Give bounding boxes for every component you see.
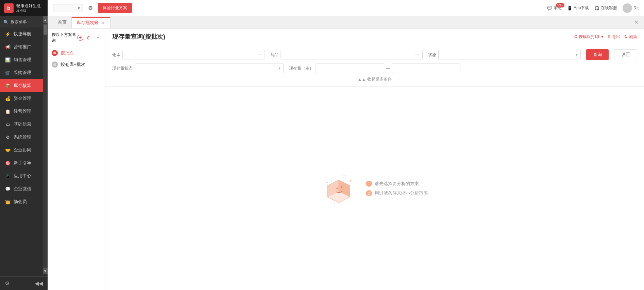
collapse-more-btn[interactable]: ▲▲ 收起更多条件 (112, 76, 637, 82)
scheme-settings-btn[interactable]: ⊙ (85, 34, 92, 41)
sidebar-item-purchase[interactable]: 🛒 采购管理 (0, 66, 48, 79)
sidebar-label: 企业微信 (14, 186, 31, 192)
product-label: 商品 (270, 52, 278, 58)
sidebar-item-apps[interactable]: 📱 应用中心 (0, 169, 48, 182)
sidebar-label: 畅会员 (14, 199, 27, 205)
member-icon: 👑 (5, 199, 11, 205)
print-btn[interactable]: 🖨 按模板打印 ▾ (573, 34, 603, 40)
stock-status-label: 现存量状态 (112, 66, 133, 71)
svg-text:✦: ✦ (349, 178, 352, 183)
user-profile[interactable]: Rit (623, 3, 639, 13)
topbar-gear-btn[interactable]: ⚙ (86, 3, 95, 13)
scheme-dot-gray (52, 61, 58, 68)
export-icon: ⬆ (607, 34, 611, 39)
query-button[interactable]: 查询 (586, 49, 609, 60)
sidebar-label: 营销推广 (14, 44, 31, 50)
message-btn[interactable]: 💬 消息 99+ (547, 5, 562, 11)
sidebar-header: b 畅康通好生意 标准版 (0, 0, 48, 16)
topbar-right: 💬 消息 99+ 📱 App下载 🎧 在线客服 Rit (547, 3, 639, 13)
scheme-label: 按批次 (61, 50, 74, 56)
sidebar-item-finance[interactable]: 💰 资金管理 (0, 92, 48, 105)
sidebar-bottom: ⚙ ◀◀ (0, 276, 48, 290)
stock-status-select[interactable]: ▾ (135, 64, 284, 73)
online-service-btn[interactable]: 🎧 在线客服 (594, 5, 617, 11)
panel-collapse-btn[interactable]: « (94, 34, 101, 41)
tab-active-label: 库存批次账 (77, 20, 99, 26)
sidebar-item-operations[interactable]: 📋 经营管理 (0, 105, 48, 118)
svg-point-5 (336, 187, 338, 189)
filter-area: 仓库 ··· 商品 ··· 状态 (105, 45, 644, 87)
refresh-btn[interactable]: ↻ 刷新 (624, 34, 637, 40)
sidebar-item-marketing[interactable]: 📢 营销推广 (0, 40, 48, 53)
sidebar-item-enterprise[interactable]: 🤝 企业协同 (0, 144, 48, 157)
app-download-btn[interactable]: 📱 App下载 (567, 5, 589, 11)
left-panel-header: 按以下方案查询 + ⊙ « (48, 29, 105, 47)
phone-icon: 📱 (567, 6, 572, 11)
sidebar-collapse-icon[interactable]: ◀◀ (35, 280, 43, 287)
sidebar-label: 应用中心 (14, 173, 31, 179)
sidebar-label: 快捷导航 (14, 31, 31, 37)
svg-point-0 (53, 52, 56, 54)
scroll-up-btn[interactable]: ▲ (43, 16, 48, 23)
marketing-icon: 📢 (5, 44, 11, 50)
tab-home[interactable]: 首页 (53, 17, 71, 28)
svg-point-1 (53, 63, 56, 66)
print-icon: 🖨 (573, 34, 577, 39)
scheme-label: 按仓库+批次 (61, 61, 85, 68)
sidebar-item-member[interactable]: 👑 畅会员 (0, 195, 48, 208)
empty-tips: 1 请先选择要分析的方案 2 用过滤条件来缩小分析范围 (366, 181, 428, 196)
add-scheme-btn[interactable]: + (77, 35, 83, 41)
experience-btn[interactable]: 体验行业方案 (98, 3, 132, 13)
scroll-track (43, 23, 48, 268)
page-title: 现存量查询(按批次) (112, 33, 165, 41)
sidebar-item-guide[interactable]: 🎯 新手引导 (0, 157, 48, 169)
left-panel-actions: + ⊙ « (77, 34, 101, 41)
stock-qty-min-input[interactable] (316, 64, 384, 73)
print-dropdown-icon: ▾ (601, 34, 603, 39)
main-area: ▾ ⚙ 体验行业方案 💬 消息 99+ 📱 App下载 🎧 在线客服 Rit (48, 0, 644, 290)
sidebar-item-inventory[interactable]: 📦 库存核算 (0, 79, 48, 92)
sidebar-item-basic[interactable]: 🗂 基础信息 (0, 118, 48, 131)
refresh-icon: ↻ (624, 34, 628, 39)
app-download-label: App下载 (574, 5, 589, 11)
system-icon: ⚙ (5, 134, 11, 140)
stock-qty-max-input[interactable] (392, 64, 460, 73)
avatar (623, 3, 632, 13)
sidebar-scrollbar: ▲ ▼ (43, 16, 48, 274)
stock-status-arrow: ▾ (278, 66, 281, 71)
sidebar-item-system[interactable]: ⚙ 系统管理 (0, 131, 48, 144)
warehouse-input[interactable]: ··· (122, 50, 265, 59)
warehouse-more-icon: ··· (257, 52, 261, 58)
message-icon: 💬 (547, 6, 552, 11)
export-btn[interactable]: ⬆ 导出 (607, 34, 620, 40)
page-content: 按以下方案查询 + ⊙ « 按批次 按仓库+批次 (48, 29, 644, 290)
topbar-dropdown[interactable]: ▾ (53, 4, 83, 12)
product-more-icon: ··· (415, 52, 420, 58)
scheme-item-warehouse-batch[interactable]: 按仓库+批次 (48, 59, 105, 70)
right-panel: 现存量查询(按批次) 🖨 按模板打印 ▾ ⬆ 导出 ↻ 刷新 (105, 29, 644, 290)
tab-close-btn[interactable]: × (101, 20, 105, 25)
scroll-down-btn[interactable]: ▼ (43, 268, 48, 274)
settings-gear-icon[interactable]: ⚙ (5, 280, 10, 287)
status-select[interactable]: ▾ (438, 50, 581, 59)
empty-tip-2: 2 用过滤条件来缩小分析范围 (366, 190, 428, 196)
status-label: 状态 (428, 52, 436, 58)
sidebar-item-sales[interactable]: 📊 销售管理 (0, 53, 48, 66)
tab-inventory-batch[interactable]: 库存批次账 × (71, 17, 111, 28)
settings-button[interactable]: 设置 (614, 49, 637, 60)
filter-row-1: 仓库 ··· 商品 ··· 状态 (112, 49, 637, 60)
global-close-btn[interactable]: ✕ (634, 19, 639, 25)
tip-num-1: 1 (366, 181, 372, 187)
sidebar-nav: ⚡ 快捷导航 📢 营销推广 📊 销售管理 🛒 采购管理 📦 库存核算 💰 资金管… (0, 28, 48, 276)
sidebar-label: 销售管理 (14, 57, 31, 63)
quick-nav-icon: ⚡ (5, 31, 11, 37)
sidebar-search[interactable]: 🔍 搜索菜单 (0, 16, 48, 28)
close-icon: ✕ (634, 19, 639, 25)
sidebar-item-wechat[interactable]: 💬 企业微信 (0, 182, 48, 195)
logo-letter: b (7, 5, 11, 11)
tip-text-1: 请先选择要分析的方案 (375, 181, 419, 187)
sidebar-item-quick-nav[interactable]: ⚡ 快捷导航 (0, 28, 48, 40)
product-input[interactable]: ··· (281, 50, 423, 59)
scheme-item-batch[interactable]: 按批次 (48, 47, 105, 59)
export-label: 导出 (612, 34, 620, 40)
